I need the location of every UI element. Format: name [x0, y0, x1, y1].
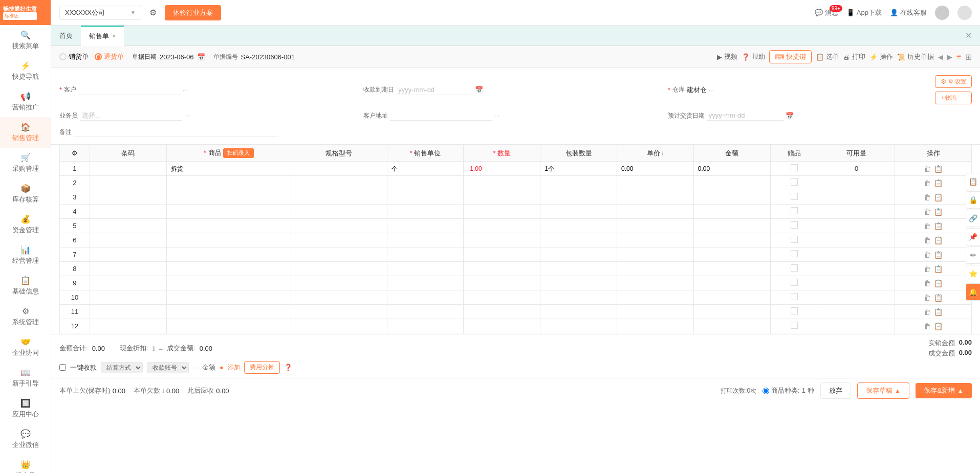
row-product[interactable]	[166, 162, 291, 176]
row-amount[interactable]	[693, 162, 770, 176]
row-unit[interactable]	[387, 176, 464, 190]
row-copy-icon[interactable]: 📋	[934, 236, 943, 244]
row-price[interactable]	[617, 276, 694, 290]
customer-addr-input[interactable]	[390, 110, 492, 121]
row-product[interactable]	[166, 305, 291, 319]
row-delete-icon[interactable]: 🗑	[924, 251, 931, 259]
row-spec[interactable]	[291, 176, 387, 190]
row-spec[interactable]	[291, 190, 387, 205]
row-barcode[interactable]	[90, 205, 166, 219]
row-qty[interactable]	[464, 319, 540, 333]
row-qty[interactable]	[464, 305, 540, 319]
save-draft-button[interactable]: 保存草稿 ▲	[857, 382, 910, 399]
sidebar-item-sales[interactable]: 🏠 销售管理	[0, 117, 51, 148]
payment-date-input[interactable]	[396, 85, 473, 95]
row-product[interactable]	[166, 262, 291, 276]
payment-calendar-icon[interactable]: 📅	[475, 86, 483, 94]
row-price[interactable]	[617, 205, 694, 219]
expected-calendar-icon[interactable]: 📅	[786, 112, 794, 120]
row-barcode[interactable]	[90, 162, 166, 176]
account-more-icon[interactable]: ···	[193, 364, 198, 371]
row-qty[interactable]	[464, 276, 540, 290]
row-price[interactable]	[617, 262, 694, 276]
row-product[interactable]	[166, 290, 291, 305]
row-amount[interactable]	[693, 176, 770, 190]
row-amount[interactable]	[693, 305, 770, 319]
video-btn[interactable]: ▶ 视频	[717, 52, 737, 61]
sidebar-item-appstore[interactable]: 🔲 应用中心	[0, 393, 51, 424]
expense-btn[interactable]: 费用分摊	[244, 361, 280, 374]
row-barcode[interactable]	[90, 219, 166, 233]
row-qty[interactable]	[464, 233, 540, 247]
row-amount[interactable]	[693, 219, 770, 233]
row-unit[interactable]	[387, 190, 464, 205]
topbar-settings-icon[interactable]: ⚙	[147, 6, 159, 19]
sidebar-item-system[interactable]: ⚙ 系统管理	[0, 301, 51, 332]
row-amount[interactable]	[693, 319, 770, 333]
warehouse-more-icon[interactable]: ···	[709, 86, 714, 94]
tab-home[interactable]: 首页	[51, 26, 81, 46]
row-amount[interactable]	[693, 262, 770, 276]
salesperson-input[interactable]	[80, 110, 182, 121]
expected-date-input[interactable]	[707, 110, 783, 121]
row-product[interactable]	[166, 319, 291, 333]
row-price[interactable]	[617, 305, 694, 319]
row-unit[interactable]	[387, 247, 464, 262]
row-pkg[interactable]	[540, 162, 617, 176]
row-barcode[interactable]	[90, 176, 166, 190]
row-pkg[interactable]	[540, 262, 617, 276]
float-item-2[interactable]: 🔒	[966, 191, 980, 209]
row-pkg[interactable]	[540, 319, 617, 333]
row-copy-icon[interactable]: 📋	[934, 322, 943, 330]
row-copy-icon[interactable]: 📋	[934, 193, 943, 201]
row-copy-icon[interactable]: 📋	[934, 179, 943, 187]
row-barcode[interactable]	[90, 247, 166, 262]
row-gift[interactable]	[770, 190, 818, 205]
row-pkg[interactable]	[540, 176, 617, 190]
avatar2[interactable]	[957, 6, 972, 20]
row-unit[interactable]	[387, 276, 464, 290]
row-copy-icon[interactable]: 📋	[934, 165, 943, 173]
row-pkg[interactable]	[540, 205, 617, 219]
row-gift[interactable]	[770, 276, 818, 290]
message-button[interactable]: 💬 消息 99+	[815, 8, 838, 17]
radio-sale[interactable]: 销货单	[59, 52, 89, 61]
row-pkg[interactable]	[540, 219, 617, 233]
save-new-button[interactable]: 保存&新增 ▲	[916, 383, 972, 398]
row-pkg[interactable]	[540, 290, 617, 305]
row-spec[interactable]	[291, 276, 387, 290]
sidebar-item-operation[interactable]: 📊 经营管理	[0, 240, 51, 271]
sidebar-item-wecom[interactable]: 💬 企业微信	[0, 424, 51, 455]
row-amount[interactable]	[693, 205, 770, 219]
row-delete-icon[interactable]: 🗑	[924, 165, 931, 173]
row-qty[interactable]	[464, 162, 540, 176]
row-spec[interactable]	[291, 290, 387, 305]
row-barcode[interactable]	[90, 290, 166, 305]
float-item-4[interactable]: 📌	[966, 228, 980, 245]
float-item-5[interactable]: ✏	[966, 246, 980, 264]
one-click-pay-checkbox[interactable]	[59, 364, 66, 371]
sidebar-item-member[interactable]: 👑 畅会员	[0, 455, 51, 473]
shortcut-btn[interactable]: ⌨ 快捷键	[769, 50, 812, 63]
row-delete-icon[interactable]: 🗑	[924, 322, 931, 330]
row-product[interactable]	[166, 205, 291, 219]
sidebar-item-enterprise[interactable]: 🤝 企业协同	[0, 332, 51, 363]
row-pkg[interactable]	[540, 233, 617, 247]
row-price[interactable]	[617, 319, 694, 333]
row-delete-icon[interactable]: 🗑	[924, 236, 931, 244]
row-amount[interactable]	[693, 233, 770, 247]
row-amount[interactable]	[693, 276, 770, 290]
history-btn[interactable]: 📜 历史单据	[897, 52, 934, 61]
th-settings[interactable]: ⚙	[60, 145, 90, 162]
row-price[interactable]	[617, 247, 694, 262]
logistics-button[interactable]: + 物流	[935, 92, 972, 104]
row-qty[interactable]	[464, 262, 540, 276]
trial-button[interactable]: 体验行业方案	[165, 5, 221, 20]
row-pkg[interactable]	[540, 190, 617, 205]
row-unit[interactable]	[387, 233, 464, 247]
row-spec[interactable]	[291, 162, 387, 176]
row-barcode[interactable]	[90, 233, 166, 247]
row-product[interactable]	[166, 176, 291, 190]
row-price[interactable]	[617, 290, 694, 305]
row-gift[interactable]	[770, 305, 818, 319]
